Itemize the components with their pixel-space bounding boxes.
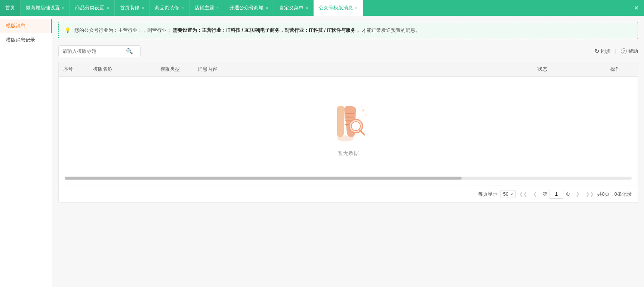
svg-point-8 (362, 109, 364, 112)
top-nav: 首页 微商城店铺设置 × 商品分类设置 × 首页装修 × 商品页装修 × 店铺主… (0, 0, 644, 16)
divider: | (615, 48, 616, 54)
total-info: 共0页，0条记录 (597, 191, 632, 198)
th-name: 模版名称 (89, 62, 156, 76)
main-layout: 模版消息 模版消息记录 💡 您的公众号行业为：主营行业：，副营行业： 需要设置为… (0, 16, 644, 287)
first-page-button[interactable]: ❮❮ (519, 190, 528, 199)
svg-line-7 (360, 130, 364, 135)
info-banner: 💡 您的公众号行业为：主营行业：，副营行业： 需要设置为：主营行业：IT科技 /… (58, 22, 638, 39)
th-status: 状态 (533, 62, 593, 76)
info-suffix: 才能正常发送预置的消息。 (362, 27, 420, 33)
prev-page-button[interactable]: ❮ (531, 190, 540, 199)
search-icon[interactable]: 🔍 (126, 48, 133, 55)
bulb-icon: 💡 (65, 27, 71, 33)
sidebar: 模版消息 模版消息记录 (0, 16, 52, 287)
table-wrap: 序号 模版名称 模版类型 消息内容 状态 操作 (58, 62, 638, 203)
empty-state-icon (326, 99, 371, 144)
svg-point-10 (361, 106, 362, 107)
sync-icon: ↻ (595, 48, 600, 55)
th-seq: 序号 (59, 62, 89, 76)
help-icon: ? (621, 48, 627, 54)
pagination: 每页显示 50 ∨ ❮❮ ❮ 第 页 ❯ ❯❯ 共0页，0条记录 (59, 186, 638, 202)
empty-text: 暂无数据 (338, 150, 359, 157)
global-close-button[interactable]: ✕ (629, 0, 644, 16)
svg-point-6 (351, 122, 360, 131)
sidebar-item-template-msg-records[interactable]: 模版消息记录 (0, 33, 52, 47)
nav-tab-home[interactable]: 首页 (0, 0, 21, 16)
page-size-select[interactable]: 50 ∨ (500, 190, 515, 198)
nav-tab-product-decor[interactable]: 商品页装修 × (150, 0, 189, 16)
page-size-label: 每页显示 (478, 191, 497, 198)
page-number-input[interactable] (549, 190, 564, 199)
nav-tab-custom-menu[interactable]: 自定义菜单 × (274, 0, 314, 16)
nav-tab-store-settings[interactable]: 微商城店铺设置 × (21, 0, 70, 16)
content-area: 💡 您的公众号行业为：主营行业：，副营行业： 需要设置为：主营行业：IT科技 /… (52, 16, 644, 287)
last-page-button[interactable]: ❯❯ (585, 190, 594, 199)
close-tab-open-mall[interactable]: × (266, 6, 268, 10)
close-tab-category-settings[interactable]: × (107, 6, 109, 10)
search-input[interactable] (62, 48, 126, 54)
chevron-down-icon: ∨ (510, 192, 513, 196)
th-action: 操作 (593, 62, 638, 76)
nav-tab-store-theme[interactable]: 店铺主题 × (189, 0, 224, 16)
sync-button[interactable]: ↻ 同步 (595, 48, 611, 55)
scroll-thumb[interactable] (65, 177, 462, 180)
nav-tab-template-msg[interactable]: 公众号模版消息 × (314, 0, 363, 16)
nav-tab-open-mall[interactable]: 开通公众号商城 × (224, 0, 274, 16)
help-button[interactable]: ? 帮助 (621, 48, 638, 55)
sidebar-item-template-msg[interactable]: 模版消息 (0, 19, 52, 33)
th-content: 消息内容 (193, 62, 533, 76)
close-tab-store-settings[interactable]: × (62, 6, 64, 10)
info-prefix: 您的公众号行业为：主营行业：，副营行业： (74, 27, 172, 33)
th-type: 模版类型 (156, 62, 193, 76)
page-label: 第 (543, 191, 548, 198)
nav-tab-category-settings[interactable]: 商品分类设置 × (70, 0, 114, 16)
next-page-button[interactable]: ❯ (573, 190, 582, 199)
page-unit: 页 (566, 191, 570, 198)
svg-point-9 (366, 114, 367, 116)
close-tab-custom-menu[interactable]: × (306, 6, 308, 10)
close-tab-product-decor[interactable]: × (181, 6, 184, 10)
horizontal-scrollbar[interactable] (65, 177, 632, 180)
info-highlight: 需要设置为：主营行业：IT科技 / 互联网|电子商务，副营行业：IT科技 / I… (173, 27, 360, 33)
page-input-wrap: 第 页 (543, 190, 570, 199)
search-bar: 🔍 ↻ 同步 | ? 帮助 (58, 45, 638, 57)
search-input-wrap: 🔍 (58, 45, 141, 57)
search-bar-right: ↻ 同步 | ? 帮助 (595, 48, 638, 55)
close-tab-store-theme[interactable]: × (216, 6, 219, 10)
close-tab-home-decor[interactable]: × (142, 6, 144, 10)
table-header: 序号 模版名称 模版类型 消息内容 状态 操作 (59, 62, 638, 77)
empty-state: 暂无数据 (59, 77, 638, 172)
nav-tab-home-decor[interactable]: 首页装修 × (115, 0, 150, 16)
close-tab-template-msg[interactable]: × (355, 6, 357, 10)
